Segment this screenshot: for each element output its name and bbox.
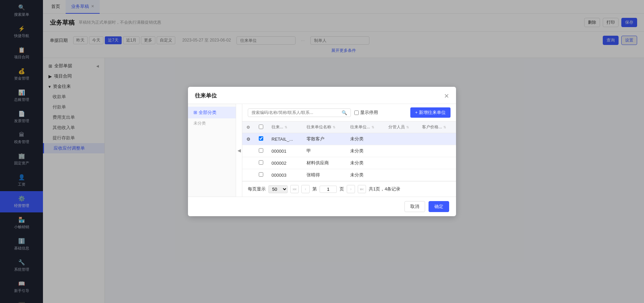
row-select-checkbox[interactable] bbox=[259, 160, 263, 165]
dialog-toolbar: 🔍 显示停用 + 新增往来单位 bbox=[242, 104, 456, 121]
row-price bbox=[418, 145, 456, 157]
modal-overlay: 往来单位 ✕ ⊞ 全部分类 未分类 ◀ 🔍 bbox=[0, 0, 644, 303]
dialog-header: 往来单位 ✕ bbox=[188, 87, 456, 104]
row-settings: ⚙ bbox=[242, 133, 255, 145]
row-name: 零散客户 bbox=[302, 133, 346, 145]
th-price: 客户价格... ⇅ bbox=[418, 121, 456, 133]
th-name-sort[interactable]: 往来单位名称 ⇅ bbox=[307, 124, 342, 130]
page-last-button[interactable]: ⏭ bbox=[358, 185, 366, 193]
table-row[interactable]: 000001 甲 未分类 bbox=[242, 145, 456, 157]
page-next-button[interactable]: › bbox=[347, 185, 355, 193]
row-checkbox bbox=[255, 133, 267, 145]
page-first-button[interactable]: ⏮ bbox=[290, 185, 299, 193]
per-page-select[interactable]: 50 100 bbox=[268, 185, 288, 193]
row-category: 未分类 bbox=[346, 169, 384, 181]
row-name: 甲 bbox=[302, 145, 346, 157]
table-row[interactable]: 000002 材料供应商 未分类 bbox=[242, 157, 456, 169]
row-manager bbox=[384, 169, 418, 181]
row-settings bbox=[242, 157, 255, 169]
table-row[interactable]: 000003 张晴得 未分类 bbox=[242, 169, 456, 181]
dialog-footer: 取消 确定 bbox=[188, 197, 456, 216]
row-settings bbox=[242, 169, 255, 181]
row-code: RETAIL_... bbox=[267, 133, 302, 145]
row-manager bbox=[384, 145, 418, 157]
th-manager: 分管人员 ⇅ bbox=[384, 121, 418, 133]
row-code: 000003 bbox=[267, 169, 302, 181]
row-select-checkbox[interactable] bbox=[259, 148, 263, 153]
dialog-body: ⊞ 全部分类 未分类 ◀ 🔍 显示停用 bbox=[188, 104, 456, 197]
dialog-table-wrap: ⚙ 往来... ⇅ 往来单位名 bbox=[242, 121, 456, 181]
th-settings: ⚙ bbox=[242, 121, 255, 133]
row-category: 未分类 bbox=[346, 157, 384, 169]
dialog-main: 🔍 显示停用 + 新增往来单位 ⚙ bbox=[242, 104, 456, 197]
row-checkbox bbox=[255, 157, 267, 169]
sort-icon: ⇅ bbox=[285, 125, 287, 129]
th-category-sort[interactable]: 往来单位... ⇅ bbox=[350, 124, 380, 130]
row-price bbox=[418, 133, 456, 145]
th-code: 往来... ⇅ bbox=[267, 121, 302, 133]
th-category: 往来单位... ⇅ bbox=[346, 121, 384, 133]
th-price-sort[interactable]: 客户价格... ⇅ bbox=[422, 124, 452, 130]
sort-icon-cat: ⇅ bbox=[371, 125, 374, 129]
row-code: 000001 bbox=[267, 145, 302, 157]
row-gear-icon: ⚙ bbox=[246, 137, 251, 142]
dialog-close-icon[interactable]: ✕ bbox=[444, 93, 449, 99]
search-box: 🔍 bbox=[248, 108, 351, 117]
th-checkbox bbox=[255, 121, 267, 133]
dialog-title: 往来单位 bbox=[195, 92, 217, 100]
dialog-category-sidebar: ⊞ 全部分类 未分类 bbox=[188, 104, 236, 197]
page-prev-button[interactable]: ‹ bbox=[301, 185, 310, 193]
unclassified-label: 未分类 bbox=[188, 118, 236, 128]
row-checkbox bbox=[255, 145, 267, 157]
search-icon: 🔍 bbox=[342, 110, 347, 115]
th-name: 往来单位名称 ⇅ bbox=[302, 121, 346, 133]
sort-icon-price: ⇅ bbox=[443, 125, 446, 129]
row-price bbox=[418, 157, 456, 169]
dialog-table: ⚙ 往来... ⇅ 往来单位名 bbox=[242, 121, 456, 181]
page-suffix: 页 bbox=[340, 186, 344, 192]
sort-icon-name: ⇅ bbox=[333, 125, 335, 129]
total-label: 共1页，4条记录 bbox=[369, 186, 400, 192]
sort-icon-mgr: ⇅ bbox=[406, 125, 409, 129]
dialog-pagination: 每页显示 50 100 ⏮ ‹ 第 页 › ⏭ 共1页，4条记录 bbox=[242, 181, 456, 197]
show-disabled-label[interactable]: 显示停用 bbox=[354, 109, 378, 116]
show-disabled-checkbox[interactable] bbox=[354, 110, 359, 115]
row-manager bbox=[384, 133, 418, 145]
page-number-input[interactable] bbox=[320, 186, 337, 193]
settings-gear-icon: ⚙ bbox=[246, 125, 250, 130]
row-manager bbox=[384, 157, 418, 169]
cancel-button[interactable]: 取消 bbox=[404, 201, 425, 212]
confirm-button[interactable]: 确定 bbox=[429, 201, 449, 212]
row-price bbox=[418, 169, 456, 181]
row-checkbox bbox=[255, 169, 267, 181]
row-category: 未分类 bbox=[346, 133, 384, 145]
page-label: 第 bbox=[312, 186, 317, 192]
select-all-checkbox[interactable] bbox=[259, 125, 263, 129]
add-partner-button[interactable]: + 新增往来单位 bbox=[410, 107, 451, 118]
dialog-cat-all-label: 全部分类 bbox=[199, 110, 216, 115]
dialog-sidebar-collapse[interactable]: ◀ bbox=[236, 104, 242, 197]
per-page-label: 每页显示 bbox=[248, 186, 266, 192]
dialog-cat-all[interactable]: ⊞ 全部分类 bbox=[188, 107, 236, 118]
th-manager-sort[interactable]: 分管人员 ⇅ bbox=[388, 124, 414, 130]
row-select-checkbox[interactable] bbox=[259, 172, 263, 177]
dialog-partner-unit: 往来单位 ✕ ⊞ 全部分类 未分类 ◀ 🔍 bbox=[188, 87, 456, 216]
th-code-sort[interactable]: 往来... ⇅ bbox=[271, 124, 298, 130]
row-select-checkbox[interactable] bbox=[259, 136, 263, 141]
row-settings bbox=[242, 145, 255, 157]
table-row[interactable]: ⚙ RETAIL_... 零散客户 未分类 bbox=[242, 133, 456, 145]
row-category: 未分类 bbox=[346, 145, 384, 157]
row-name: 张晴得 bbox=[302, 169, 346, 181]
row-name: 材料供应商 bbox=[302, 157, 346, 169]
dialog-search-input[interactable] bbox=[252, 110, 340, 115]
grid-cat-icon: ⊞ bbox=[193, 110, 199, 115]
row-code: 000002 bbox=[267, 157, 302, 169]
